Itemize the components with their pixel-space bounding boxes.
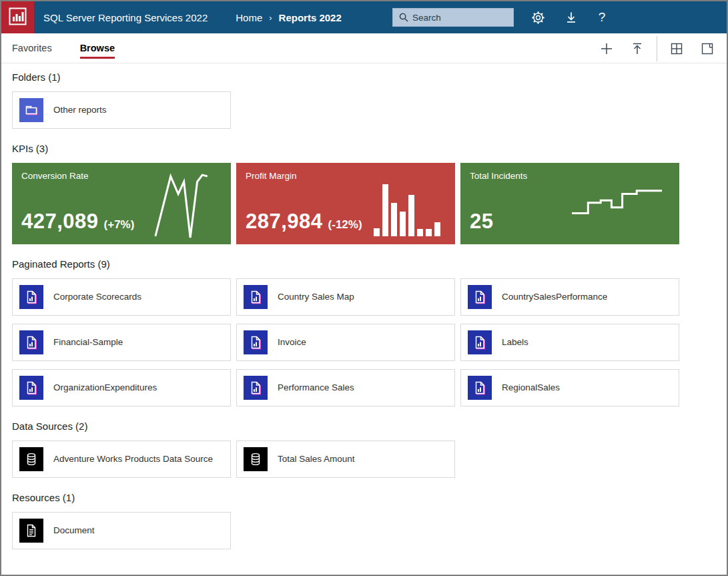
report-tile[interactable]: Financial-Sample <box>12 324 231 361</box>
kpi-title: Conversion Rate <box>21 171 89 181</box>
paginated-report-icon <box>244 376 268 400</box>
kpis-heading: KPIs (3) <box>12 143 716 154</box>
kpi-delta: (-12%) <box>328 218 362 232</box>
report-tile-label: CountrySalesPerformance <box>502 291 613 303</box>
resources-heading: Resources (1) <box>12 492 716 503</box>
kpi-value: 427,089 <box>21 210 99 234</box>
report-tile-label: Labels <box>502 336 534 348</box>
report-tile[interactable]: Labels <box>460 324 679 361</box>
browse-content: Folders (1) Other reports KPIs (3) Conve… <box>1 71 727 549</box>
folders-heading: Folders (1) <box>12 71 716 83</box>
reports-heading: Paginated Reports (9) <box>12 258 716 270</box>
upload-icon[interactable] <box>626 37 649 60</box>
kpi-bar-sparkline <box>374 184 447 236</box>
document-icon <box>19 519 43 543</box>
help-icon[interactable]: ? <box>590 1 614 33</box>
toolbar-divider <box>657 36 657 61</box>
resources-grid: Document <box>12 512 716 549</box>
report-tile[interactable]: OrganizationExpenditures <box>12 369 231 406</box>
top-bar: SQL Server Reporting Services 2022 Home … <box>1 1 727 33</box>
new-item-plus-icon[interactable] <box>595 37 618 60</box>
kpi-value-row: 287,984 (-12%) <box>246 210 362 234</box>
report-tile[interactable]: CountrySalesPerformance <box>460 278 679 316</box>
kpi-value: 287,984 <box>246 210 323 234</box>
paginated-report-icon <box>19 330 43 354</box>
report-tile-label: Country Sales Map <box>278 291 360 303</box>
paginated-report-icon <box>19 376 43 400</box>
kpi-tile-conversion-rate[interactable]: Conversion Rate 427,089 (+7%) <box>12 163 231 244</box>
kpi-title: Total Incidents <box>470 171 527 181</box>
report-tile[interactable]: RegionalSales <box>460 369 679 406</box>
paginated-report-icon <box>468 285 492 309</box>
kpi-value-row: 427,089 (+7%) <box>21 210 134 234</box>
datasource-tile-label: Total Sales Amount <box>278 453 360 465</box>
bar-chart-logo-icon <box>9 7 27 28</box>
resource-tile[interactable]: Document <box>12 512 231 549</box>
app-window: SQL Server Reporting Services 2022 Home … <box>0 0 728 576</box>
chevron-right-icon: › <box>269 13 272 23</box>
report-tile-label: Financial-Sample <box>53 336 128 348</box>
tab-favorites[interactable]: Favorites <box>12 33 52 63</box>
tiles-view-icon[interactable] <box>665 37 688 60</box>
reports-grid: Corporate Scorecards Country Sales Map C… <box>12 278 716 406</box>
datasource-tile[interactable]: Adventure Works Products Data Source <box>12 441 231 478</box>
tab-bar: Favorites Browse <box>1 33 727 63</box>
report-tile[interactable]: Performance Sales <box>236 369 455 406</box>
kpi-value: 25 <box>470 210 493 234</box>
tab-browse[interactable]: Browse <box>80 33 115 63</box>
datasource-tile[interactable]: Total Sales Amount <box>236 441 455 478</box>
report-tile-label: RegionalSales <box>502 382 565 394</box>
folder-icon <box>19 98 43 122</box>
kpi-step-sparkline <box>572 184 662 223</box>
paginated-report-icon <box>244 330 268 354</box>
search-input[interactable] <box>412 13 499 23</box>
settings-gear-icon[interactable] <box>526 1 550 33</box>
folder-tile-other-reports[interactable]: Other reports <box>12 91 231 129</box>
kpi-tile-total-incidents[interactable]: Total Incidents 25 <box>460 163 679 244</box>
breadcrumb-home[interactable]: Home <box>236 12 262 23</box>
search-icon <box>399 13 408 22</box>
download-icon[interactable] <box>559 1 583 33</box>
paginated-report-icon <box>244 285 268 309</box>
search-box[interactable] <box>392 8 514 27</box>
kpi-line-sparkline <box>154 171 218 239</box>
report-tile-label: Performance Sales <box>278 382 360 394</box>
kpi-value-row: 25 <box>470 210 498 234</box>
paginated-report-icon <box>19 285 43 309</box>
report-tile[interactable]: Invoice <box>236 324 455 361</box>
kpi-title: Profit Margin <box>246 171 297 181</box>
datasource-tile-label: Adventure Works Products Data Source <box>53 453 218 465</box>
report-tile-label: Invoice <box>278 336 312 348</box>
report-tile[interactable]: Corporate Scorecards <box>12 278 231 316</box>
report-tile-label: Corporate Scorecards <box>53 291 147 303</box>
toolbar <box>595 33 719 63</box>
folders-grid: Other reports <box>12 91 716 129</box>
breadcrumb: Home › Reports 2022 <box>236 12 342 23</box>
folder-tile-label: Other reports <box>53 104 112 116</box>
datasources-grid: Adventure Works Products Data Source Tot… <box>12 441 716 478</box>
report-tile-label: OrganizationExpenditures <box>53 382 162 394</box>
resource-tile-label: Document <box>53 525 100 537</box>
paginated-report-icon <box>468 376 492 400</box>
kpi-tile-profit-margin[interactable]: Profit Margin 287,984 (-12%) <box>236 163 455 244</box>
database-icon <box>19 447 43 471</box>
kpi-delta: (+7%) <box>104 218 135 232</box>
details-view-icon[interactable] <box>696 37 719 60</box>
report-tile[interactable]: Country Sales Map <box>236 278 455 316</box>
ssrs-logo[interactable] <box>1 1 34 33</box>
datasources-heading: Data Sources (2) <box>12 420 716 432</box>
paginated-report-icon <box>468 330 492 354</box>
app-title: SQL Server Reporting Services 2022 <box>43 12 208 23</box>
kpi-grid: Conversion Rate 427,089 (+7%) Profit Mar… <box>12 163 716 244</box>
breadcrumb-current: Reports 2022 <box>279 12 342 23</box>
database-icon <box>244 447 268 471</box>
